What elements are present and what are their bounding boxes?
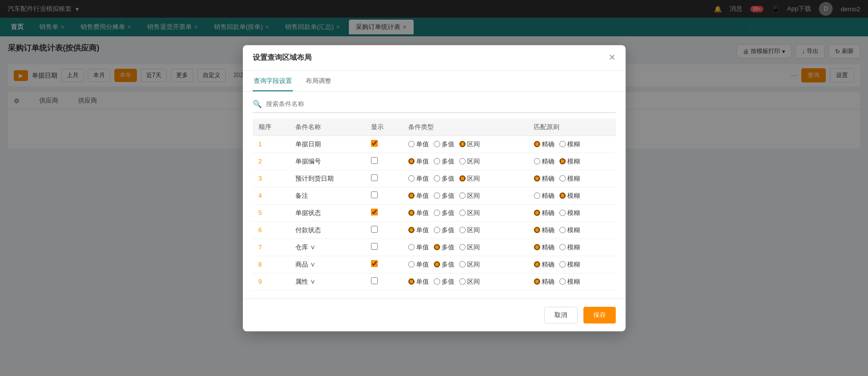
modal-overlay[interactable]: 设置查询区域布局 ✕ 查询字段设置 布局调整 🔍 xyxy=(0,0,868,375)
type-type_multi-radio[interactable]: 多值 xyxy=(434,209,454,217)
row-display[interactable] xyxy=(365,135,402,153)
row-type[interactable]: 单值多值区间 xyxy=(402,204,528,221)
row-type[interactable]: 单值多值区间 xyxy=(402,187,528,204)
display-checkbox[interactable] xyxy=(371,157,378,164)
row-match[interactable]: 精确模糊 xyxy=(528,170,615,187)
row-type[interactable]: 单值多值区间 xyxy=(402,273,528,290)
display-checkbox[interactable] xyxy=(371,174,378,181)
row-type[interactable]: 单值多值区间 xyxy=(402,135,528,153)
row-type[interactable]: 单值多值区间 xyxy=(402,290,528,291)
table-row: 9属性 ∨单值多值区间精确模糊 xyxy=(253,273,616,290)
type-type_single-radio[interactable]: 单值 xyxy=(408,157,429,166)
match-match_exact-radio[interactable]: 精确 xyxy=(534,243,554,252)
row-name: 属性 ∨ xyxy=(289,273,365,290)
match-match_fuzzy-radio[interactable]: 模糊 xyxy=(559,140,580,149)
type-type_single-radio[interactable]: 单值 xyxy=(408,260,429,269)
row-type[interactable]: 单值多值区间 xyxy=(402,256,528,273)
type-type_multi-radio[interactable]: 多值 xyxy=(434,174,454,183)
row-match[interactable]: 精确模糊 xyxy=(528,153,615,170)
match-match_fuzzy-radio[interactable]: 模糊 xyxy=(559,157,580,166)
row-display[interactable] xyxy=(365,153,402,170)
type-type_single-radio[interactable]: 单值 xyxy=(408,174,429,183)
row-match[interactable]: 精确模糊 xyxy=(528,187,615,204)
type-type_range-radio[interactable]: 区间 xyxy=(459,140,480,149)
display-checkbox[interactable] xyxy=(371,140,378,147)
match-match_fuzzy-radio[interactable]: 模糊 xyxy=(559,277,580,286)
table-row: 2单据编号单值多值区间精确模糊 xyxy=(253,153,616,170)
row-type[interactable]: 单值多值区间 xyxy=(402,221,528,239)
row-order: 1 xyxy=(253,135,290,153)
display-checkbox[interactable] xyxy=(371,226,378,233)
row-display[interactable] xyxy=(365,187,402,204)
tab-query-settings[interactable]: 查询字段设置 xyxy=(253,77,293,91)
match-match_exact-radio[interactable]: 精确 xyxy=(534,226,554,235)
row-display[interactable] xyxy=(365,239,402,256)
tab-layout-adjust[interactable]: 布局调整 xyxy=(305,77,332,91)
match-match_exact-radio[interactable]: 精确 xyxy=(534,174,554,183)
row-display[interactable] xyxy=(365,256,402,273)
row-type[interactable]: 单值多值区间 xyxy=(402,170,528,187)
row-order: 7 xyxy=(253,239,290,256)
type-type_multi-radio[interactable]: 多值 xyxy=(434,243,454,252)
match-match_exact-radio[interactable]: 精确 xyxy=(534,260,554,269)
display-checkbox[interactable] xyxy=(371,277,378,284)
type-type_single-radio[interactable]: 单值 xyxy=(408,277,429,286)
type-type_multi-radio[interactable]: 多值 xyxy=(434,191,454,200)
match-match_exact-radio[interactable]: 精确 xyxy=(534,157,554,166)
save-button[interactable]: 保存 xyxy=(583,307,616,323)
match-match_fuzzy-radio[interactable]: 模糊 xyxy=(559,243,580,252)
type-type_range-radio[interactable]: 区间 xyxy=(459,277,480,286)
cancel-button[interactable]: 取消 xyxy=(544,307,578,323)
row-type[interactable]: 单值多值区间 xyxy=(402,239,528,256)
type-type_multi-radio[interactable]: 多值 xyxy=(434,140,454,149)
type-type_range-radio[interactable]: 区间 xyxy=(459,174,480,183)
match-match_fuzzy-radio[interactable]: 模糊 xyxy=(559,226,580,235)
type-type_range-radio[interactable]: 区间 xyxy=(459,260,480,269)
config-table-scroll[interactable]: 顺序 条件名称 显示 条件类型 匹配原则 1单据日期单值多值区间精确模糊2单据编… xyxy=(253,119,616,291)
row-match[interactable]: 精确模糊 xyxy=(528,135,615,153)
type-type_range-radio[interactable]: 区间 xyxy=(459,243,480,252)
row-name: 单据状态 xyxy=(289,204,365,221)
row-match[interactable]: 精确模糊 xyxy=(528,256,615,273)
modal-title: 设置查询区域布局 xyxy=(253,53,312,62)
type-type_multi-radio[interactable]: 多值 xyxy=(434,277,454,286)
display-checkbox[interactable] xyxy=(371,243,378,250)
row-match[interactable]: 精确模糊 xyxy=(528,204,615,221)
row-match[interactable]: 精确模糊 xyxy=(528,290,615,291)
row-display[interactable] xyxy=(365,290,402,291)
search-input[interactable] xyxy=(266,100,364,107)
match-match_fuzzy-radio[interactable]: 模糊 xyxy=(559,209,580,217)
type-type_range-radio[interactable]: 区间 xyxy=(459,226,480,235)
row-display[interactable] xyxy=(365,204,402,221)
row-type[interactable]: 单值多值区间 xyxy=(402,153,528,170)
row-display[interactable] xyxy=(365,221,402,239)
type-type_multi-radio[interactable]: 多值 xyxy=(434,226,454,235)
match-match_fuzzy-radio[interactable]: 模糊 xyxy=(559,260,580,269)
row-match[interactable]: 精确模糊 xyxy=(528,273,615,290)
type-type_single-radio[interactable]: 单值 xyxy=(408,140,429,149)
type-type_single-radio[interactable]: 单值 xyxy=(408,226,429,235)
type-type_single-radio[interactable]: 单值 xyxy=(408,243,429,252)
type-type_range-radio[interactable]: 区间 xyxy=(459,191,480,200)
row-display[interactable] xyxy=(365,273,402,290)
match-match_fuzzy-radio[interactable]: 模糊 xyxy=(559,191,580,200)
row-match[interactable]: 精确模糊 xyxy=(528,221,615,239)
type-type_multi-radio[interactable]: 多值 xyxy=(434,260,454,269)
match-match_exact-radio[interactable]: 精确 xyxy=(534,191,554,200)
type-type_multi-radio[interactable]: 多值 xyxy=(434,157,454,166)
row-display[interactable] xyxy=(365,170,402,187)
match-match_exact-radio[interactable]: 精确 xyxy=(534,209,554,217)
display-checkbox[interactable] xyxy=(371,209,378,215)
display-checkbox[interactable] xyxy=(371,191,378,198)
modal-close-button[interactable]: ✕ xyxy=(608,53,616,62)
type-type_range-radio[interactable]: 区间 xyxy=(459,209,480,217)
row-name: 仓库 ∨ xyxy=(289,239,365,256)
display-checkbox[interactable] xyxy=(371,260,378,267)
row-match[interactable]: 精确模糊 xyxy=(528,239,615,256)
type-type_single-radio[interactable]: 单值 xyxy=(408,191,429,200)
match-match_fuzzy-radio[interactable]: 模糊 xyxy=(559,174,580,183)
match-match_exact-radio[interactable]: 精确 xyxy=(534,277,554,286)
type-type_range-radio[interactable]: 区间 xyxy=(459,157,480,166)
type-type_single-radio[interactable]: 单值 xyxy=(408,209,429,217)
match-match_exact-radio[interactable]: 精确 xyxy=(534,140,554,149)
